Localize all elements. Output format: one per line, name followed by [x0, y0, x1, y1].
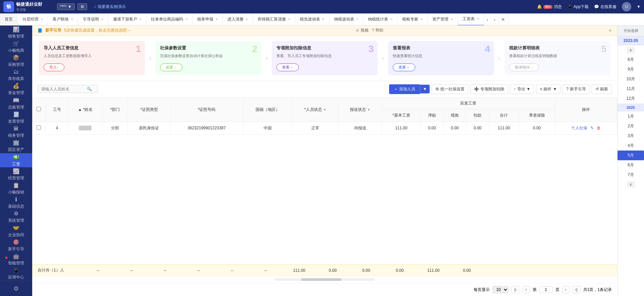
- sidebar-item-tax[interactable]: 🏛 税务管理: [0, 125, 32, 139]
- sidebar-gear-btn[interactable]: ⚙: [0, 281, 32, 296]
- sidebar-item-operations[interactable]: 📈 经营管理: [0, 167, 32, 181]
- tab-close-icon[interactable]: ×: [101, 17, 103, 21]
- tab-tax-expert[interactable]: 税检专家 ×: [397, 13, 428, 26]
- last-page-btn[interactable]: ›|: [572, 286, 581, 293]
- search-input-wrap[interactable]: 🔍: [38, 85, 98, 93]
- row-checkbox[interactable]: [37, 125, 41, 130]
- step-4-btn[interactable]: 查看→: [393, 64, 415, 71]
- sidebar-item-guide[interactable]: 🎯 新手引导: [0, 238, 32, 252]
- tab-salary[interactable]: 工资表 ×: [458, 13, 484, 26]
- tab-qingce[interactable]: 进入清册 ×: [223, 13, 253, 26]
- horizontal-scrollbar[interactable]: [274, 278, 375, 281]
- personal-social-btn[interactable]: 个人社保: [571, 126, 587, 130]
- sidebar-item-reimbursement[interactable]: 📋 小畅报销: [0, 181, 32, 196]
- month-3[interactable]: 3月: [618, 131, 644, 141]
- first-page-btn[interactable]: |‹: [511, 286, 520, 293]
- sidebar-item-sales[interactable]: 📊 销售管理: [0, 26, 32, 40]
- tab-close-icon[interactable]: ×: [357, 17, 359, 21]
- delete-icon[interactable]: 🗑: [597, 126, 601, 130]
- tab-home[interactable]: 首页: [0, 13, 18, 26]
- tab-tax-report[interactable]: 税务申报 ×: [193, 13, 223, 26]
- month-10[interactable]: 10月: [618, 74, 644, 84]
- tab-close-all-btn[interactable]: ✕: [498, 13, 508, 26]
- sidebar-item-assets[interactable]: 🏢 固定资产: [0, 139, 32, 153]
- edit-icon[interactable]: ✎: [590, 126, 594, 130]
- tab-pay-wave[interactable]: 纳税波动表 ×: [329, 13, 364, 26]
- tab-pay-stat[interactable]: 纳税统计表 ×: [363, 13, 397, 26]
- month-1[interactable]: 1月: [618, 112, 644, 121]
- step-3-btn[interactable]: 查看→: [276, 64, 299, 71]
- tab-close-icon[interactable]: ×: [451, 17, 453, 21]
- sidebar-item-app-center[interactable]: 📱 应用中心: [0, 267, 32, 281]
- tab-asset[interactable]: 资产管理 ×: [428, 13, 458, 26]
- company-selector[interactable]: **** ▼: [57, 3, 75, 10]
- step-1-btn[interactable]: 导入↑: [44, 64, 64, 71]
- tab-invite[interactable]: 邀请下游客户 ×: [108, 13, 147, 26]
- tab-tax-wave[interactable]: 税负波动表 ×: [295, 13, 329, 26]
- tab-close-icon[interactable]: ×: [421, 17, 423, 21]
- tab-close-icon[interactable]: ×: [477, 17, 479, 21]
- sidebar-item-ecommerce[interactable]: 🛒 小畅电商: [0, 40, 32, 54]
- operation-btn[interactable]: ≡ 操作 ▼: [536, 84, 560, 94]
- sidebar-item-finance[interactable]: 💰 资金管理: [0, 82, 32, 96]
- search-input[interactable]: [41, 87, 85, 91]
- tab-yindao[interactable]: 引导说明 ×: [78, 13, 108, 26]
- tab-close-icon[interactable]: ×: [288, 17, 290, 21]
- sidebar-item-system[interactable]: ⚙ 系统管理: [0, 210, 32, 224]
- search-icon[interactable]: 🔍: [87, 87, 92, 91]
- month-8[interactable]: 8月: [618, 55, 644, 65]
- step-5-btn[interactable]: 敬请期待→: [509, 64, 539, 71]
- sidebar-item-ai[interactable]: 🤖 智能管理: [0, 253, 32, 267]
- tab-close-icon[interactable]: ×: [140, 17, 142, 21]
- sidebar-item-inventory[interactable]: 🗂 库存核算: [0, 68, 32, 82]
- export-btn[interactable]: ↑ 导出 ▼: [510, 84, 534, 94]
- tab-close-icon[interactable]: ×: [185, 17, 187, 21]
- month-9[interactable]: 9月: [618, 65, 644, 74]
- refresh-btn[interactable]: ↺ 刷新: [592, 84, 612, 94]
- tab-close-icon[interactable]: ×: [71, 17, 73, 21]
- month-nav-down-btn[interactable]: ∨: [627, 181, 635, 188]
- sidebar-item-salary[interactable]: 💵 工资: [0, 153, 32, 167]
- month-12[interactable]: 12月: [618, 94, 644, 103]
- tab-next-btn[interactable]: ›: [491, 13, 498, 26]
- select-all-checkbox[interactable]: [37, 107, 41, 111]
- demo-btn[interactable]: ○ 我要看实例演示: [94, 4, 126, 10]
- filter-icon[interactable]: ▼: [367, 108, 370, 112]
- guide-video-btn[interactable]: ⊙ 视频: [356, 28, 368, 33]
- sidebar-item-invoice[interactable]: 🧾 发票管理: [0, 111, 32, 125]
- tab-close-icon[interactable]: ×: [246, 17, 248, 21]
- user-menu-btn[interactable]: ▼: [637, 4, 641, 9]
- sidebar-item-purchase[interactable]: 📦 采购管理: [0, 54, 32, 68]
- sidebar-item-basic[interactable]: ℹ 基础信息: [0, 196, 32, 210]
- tab-feneng[interactable]: 分层经营 ×: [18, 13, 48, 26]
- online-service-btn[interactable]: 💬 在线客服: [594, 4, 616, 10]
- avatar[interactable]: U: [622, 2, 631, 11]
- add-person-btn[interactable]: ＋ 添加人员: [389, 84, 420, 94]
- month-11[interactable]: 11月: [618, 84, 644, 94]
- message-btn[interactable]: 🔔 99+ 消息: [537, 4, 562, 10]
- sidebar-item-ledger[interactable]: 📖 总账管理: [0, 96, 32, 111]
- tab-close-icon[interactable]: ×: [216, 17, 218, 21]
- page-input[interactable]: [539, 286, 553, 293]
- month-7[interactable]: 7月: [618, 170, 644, 180]
- month-nav-up-btn[interactable]: ∧: [627, 47, 635, 53]
- filter-icon[interactable]: ▼: [323, 108, 326, 112]
- month-4[interactable]: 4月: [618, 141, 644, 151]
- tab-close-icon[interactable]: ×: [390, 17, 392, 21]
- tab-prev-btn[interactable]: ‹: [484, 13, 491, 26]
- month-2[interactable]: 2月: [618, 121, 644, 131]
- guide-close-btn[interactable]: ✕: [608, 28, 612, 33]
- tab-product-code[interactable]: 往来单位商品编码 ×: [146, 13, 193, 26]
- tab-close-icon[interactable]: ×: [41, 17, 43, 21]
- sidebar-item-collab[interactable]: 🤝 企业协同: [0, 224, 32, 238]
- month-6[interactable]: 6月: [618, 160, 644, 170]
- app-download-btn[interactable]: 📱 App下载: [567, 4, 589, 10]
- tab-close-icon[interactable]: ×: [322, 17, 324, 21]
- month-5-active[interactable]: 5月: [618, 151, 644, 160]
- tab-kehu[interactable]: 客户联络 ×: [48, 13, 78, 26]
- per-page-select[interactable]: 10 20 50: [492, 286, 508, 293]
- prev-page-btn[interactable]: ‹: [523, 286, 530, 293]
- guide-btn[interactable]: ? 新手引导: [562, 84, 590, 94]
- scrollbar-thumb[interactable]: [301, 278, 341, 281]
- special-deduction-btn[interactable]: ➕ 专项附加扣除: [470, 84, 508, 94]
